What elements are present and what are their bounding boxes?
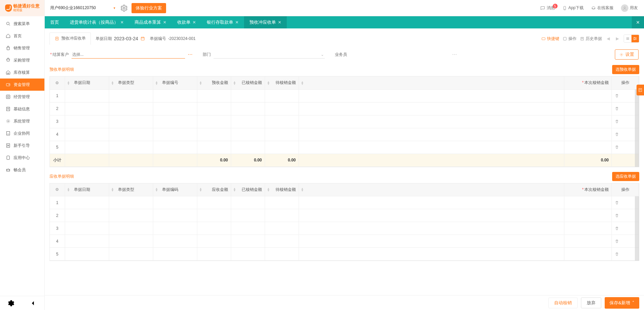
sidebar-item[interactable]: 系统管理 [0, 115, 44, 127]
vip-icon [5, 167, 11, 173]
settings-button[interactable]: 设置 [615, 49, 639, 60]
sidebar-item[interactable]: 销售管理 [0, 42, 44, 54]
sidebar-item[interactable]: 经营管理 [0, 91, 44, 103]
sidebar-item[interactable]: 资金管理 [0, 79, 44, 91]
sidebar-item[interactable]: 企业协同 [0, 127, 44, 139]
doc-date-value[interactable]: 2023-03-24 [114, 36, 138, 41]
sidebar-item[interactable]: 库存核算 [0, 66, 44, 79]
sort-icon[interactable]: ▲▼ [199, 187, 202, 192]
prev-doc-icon[interactable]: ◀ [605, 36, 611, 41]
delete-icon[interactable] [615, 213, 636, 218]
delete-icon[interactable] [615, 200, 636, 205]
sidebar-item[interactable]: 搜索菜单 [0, 18, 44, 30]
table-row[interactable]: 4 [50, 235, 639, 248]
sales-input[interactable] [350, 51, 449, 59]
sort-icon[interactable]: ▲▼ [111, 81, 114, 85]
table-row[interactable]: 3 [50, 115, 639, 128]
settings-icon[interactable] [7, 299, 15, 307]
collapse-icon[interactable] [29, 299, 37, 307]
view-list-icon[interactable] [624, 35, 631, 42]
company-selector[interactable]: 用户690企业1660120750 ▾ [49, 3, 117, 13]
sidebar-item[interactable]: 基础信息 [0, 103, 44, 115]
sidebar-item[interactable]: 畅会员 [0, 164, 44, 176]
delete-icon[interactable] [615, 252, 636, 257]
auto-verify-button[interactable]: 自动核销 [548, 297, 578, 308]
select-prepay-button[interactable]: 选预收单据 [612, 65, 639, 74]
tab[interactable]: 商品成本重算✕ [129, 16, 172, 28]
close-icon[interactable]: ✕ [163, 20, 166, 25]
view-form-icon[interactable] [631, 35, 639, 42]
calendar-icon[interactable] [140, 36, 145, 41]
history-link[interactable]: 历史单据 [580, 36, 602, 42]
sort-icon[interactable]: ▲▼ [67, 187, 70, 192]
close-icon[interactable]: ✕ [278, 20, 281, 25]
sort-icon[interactable]: ▲▼ [199, 81, 202, 85]
tab[interactable]: 预收冲应收单✕ [244, 16, 287, 28]
discard-button[interactable]: 放弃 [581, 297, 601, 308]
table-row[interactable]: 1 [50, 89, 639, 102]
tab[interactable]: 银行存取款单✕ [201, 16, 244, 28]
sort-icon[interactable]: ▲▼ [233, 187, 236, 192]
save-new-button[interactable]: 保存&新增˄ [605, 297, 639, 309]
gear-icon[interactable] [120, 4, 128, 12]
customer-input[interactable] [72, 51, 185, 59]
delete-icon[interactable] [615, 226, 636, 231]
home-icon [5, 33, 11, 39]
shortcut-link[interactable]: 快捷键 [541, 36, 559, 42]
gear-icon[interactable]: ⚙ [55, 81, 59, 85]
delete-icon[interactable] [615, 106, 636, 111]
delete-icon[interactable] [615, 239, 636, 244]
operate-link[interactable]: 操作 [563, 36, 577, 42]
dept-select[interactable]: ⌄ [214, 51, 325, 59]
table-row[interactable]: 5 [50, 141, 639, 154]
tab[interactable]: 进货单统计表（按商品）✕ [64, 16, 129, 28]
main: 用户690企业1660120750 ▾ 体验行业方案 消息 5 App下载 在线… [45, 0, 644, 310]
select-receivable-button[interactable]: 选应收单据 [612, 172, 639, 181]
scrollbar[interactable] [635, 196, 639, 261]
sidebar-item[interactable]: 新手引导 [0, 139, 44, 152]
delete-icon[interactable] [615, 132, 636, 137]
sort-icon[interactable]: ▲▼ [111, 187, 114, 192]
try-solution-button[interactable]: 体验行业方案 [132, 3, 166, 13]
delete-icon[interactable] [615, 145, 636, 150]
delete-icon[interactable] [615, 93, 636, 98]
sort-icon[interactable]: ▲▼ [267, 187, 270, 192]
close-icon[interactable]: ✕ [120, 20, 124, 25]
user-menu[interactable]: 用友 [619, 4, 640, 12]
svg-point-2 [9, 84, 9, 85]
tab[interactable]: 收款单✕ [172, 16, 201, 28]
table-row[interactable]: 4 [50, 128, 639, 141]
sort-icon[interactable]: ▲▼ [155, 81, 158, 85]
sales-lookup-icon[interactable]: ⋯ [452, 52, 457, 57]
table-row[interactable]: 5 [50, 248, 639, 261]
delete-icon[interactable] [615, 119, 636, 124]
table-row[interactable]: 1 [50, 196, 639, 209]
online-service-link[interactable]: 在线客服 [589, 5, 616, 11]
sort-icon[interactable]: ▲▼ [267, 81, 270, 85]
sort-icon[interactable]: ▲▼ [155, 187, 158, 192]
svg-rect-19 [542, 38, 545, 40]
table-row[interactable]: 3 [50, 222, 639, 235]
scrollbar[interactable] [635, 89, 639, 167]
table-row[interactable]: 2 [50, 209, 639, 222]
messages-link[interactable]: 消息 5 [538, 5, 557, 11]
gear-icon[interactable]: ⚙ [55, 187, 59, 192]
side-floater-icon[interactable] [637, 85, 644, 95]
next-doc-icon[interactable]: ▶ [615, 36, 620, 41]
sort-icon[interactable]: ▲▼ [67, 81, 70, 85]
close-icon[interactable]: ✕ [193, 20, 196, 25]
close-icon[interactable]: ✕ [235, 20, 239, 25]
sidebar-item[interactable]: 采购管理 [0, 54, 44, 66]
sidebar-item[interactable]: 应用中心 [0, 152, 44, 164]
tabs-close-all[interactable] [632, 16, 644, 28]
table-row[interactable]: 2 [50, 102, 639, 115]
sort-icon[interactable]: ▲▼ [301, 81, 304, 85]
app-download-link[interactable]: App下载 [560, 5, 586, 11]
sidebar-item[interactable]: 首页 [0, 30, 44, 42]
customer-lookup-icon[interactable]: ⋯ [188, 52, 193, 57]
sort-icon[interactable]: ▲▼ [301, 187, 304, 192]
sort-icon[interactable]: ▲▼ [233, 81, 236, 85]
tab[interactable]: 首页 [45, 16, 64, 28]
section2-header: 应收单据明细 选应收单据 [49, 172, 639, 181]
bag-icon [5, 45, 11, 51]
